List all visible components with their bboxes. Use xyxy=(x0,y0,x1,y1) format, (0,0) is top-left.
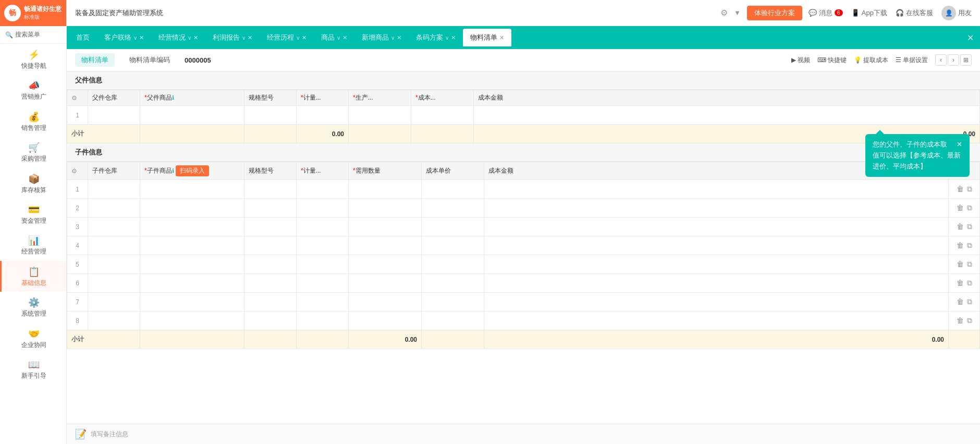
delete-icon-4[interactable]: 🗑 xyxy=(957,241,964,250)
child-row-5-unit[interactable] xyxy=(297,255,349,274)
child-row-3-quantity[interactable] xyxy=(349,218,422,236)
sidebar-item-guide[interactable]: 📖 新手引导 xyxy=(0,354,66,385)
single-settings-button[interactable]: ☰ 单据设置 xyxy=(896,56,928,65)
sidebar-item-finance[interactable]: 💳 资金管理 xyxy=(0,199,66,230)
child-row-1-quantity[interactable] xyxy=(349,180,422,199)
child-row-8-unit[interactable] xyxy=(297,311,349,330)
child-row-5-unit-price[interactable] xyxy=(422,255,484,274)
sidebar-item-collab[interactable]: 🤝 企业协同 xyxy=(0,323,66,354)
delete-icon-2[interactable]: 🗑 xyxy=(957,203,964,212)
child-row-4-quantity[interactable] xyxy=(349,236,422,255)
child-row-4-spec[interactable] xyxy=(244,236,297,255)
sidebar-item-quick-nav[interactable]: ⚡ 快捷导航 xyxy=(0,44,66,75)
child-row-7-unit-price[interactable] xyxy=(422,293,484,311)
delete-icon-7[interactable]: 🗑 xyxy=(957,297,964,306)
tab-op-status-close[interactable]: ✕ xyxy=(193,34,198,41)
tab-bom[interactable]: 物料清单 ✕ xyxy=(463,29,511,46)
child-row-1-unit-price[interactable] xyxy=(422,180,484,199)
next-arrow[interactable]: › xyxy=(948,54,959,66)
child-col-settings[interactable]: ⚙ xyxy=(67,162,88,180)
sidebar-item-basic-info[interactable]: 📋 基础信息 xyxy=(0,261,66,292)
child-row-7-product[interactable] xyxy=(140,293,244,311)
child-row-8-product[interactable] xyxy=(140,311,244,330)
child-row-3-unit-price[interactable] xyxy=(422,218,484,236)
parent-row-1-cost[interactable] xyxy=(411,106,474,125)
user-menu[interactable]: 👤 用友 xyxy=(941,6,972,20)
tab-new-product[interactable]: 新增商品 ∨ ✕ xyxy=(354,29,409,46)
tab-new-product-close[interactable]: ✕ xyxy=(397,34,401,41)
child-row-5-quantity[interactable] xyxy=(349,255,422,274)
child-row-6-quantity[interactable] xyxy=(349,274,422,293)
sidebar-item-sales[interactable]: 💰 销售管理 xyxy=(0,106,66,137)
child-row-1-warehouse[interactable] xyxy=(88,180,140,199)
child-row-3-product[interactable] xyxy=(140,218,244,236)
message-button[interactable]: 💬 消息 6 xyxy=(808,8,843,18)
close-all-tabs[interactable]: ✕ xyxy=(963,33,978,43)
child-row-6-unit-price[interactable] xyxy=(422,274,484,293)
copy-icon-1[interactable]: ⧉ xyxy=(967,185,972,194)
child-row-7-warehouse[interactable] xyxy=(88,293,140,311)
tab-barcode-close[interactable]: ✕ xyxy=(451,34,456,41)
child-row-6-warehouse[interactable] xyxy=(88,274,140,293)
chevron-down-icon[interactable]: ▼ xyxy=(734,9,741,17)
child-row-2-quantity[interactable] xyxy=(349,199,422,218)
settings-icon[interactable]: ⚙ xyxy=(720,8,728,18)
parent-row-1-warehouse[interactable] xyxy=(88,106,140,125)
copy-icon-8[interactable]: ⧉ xyxy=(967,316,972,325)
parent-row-1-spec[interactable] xyxy=(244,106,297,125)
child-row-6-product[interactable] xyxy=(140,274,244,293)
child-row-7-unit[interactable] xyxy=(297,293,349,311)
grid-view[interactable]: ⊞ xyxy=(960,54,972,66)
tab-profit-report[interactable]: 利润报告 ∨ ✕ xyxy=(205,29,260,46)
tab-profit-close[interactable]: ✕ xyxy=(248,34,252,41)
child-row-5-spec[interactable] xyxy=(244,255,297,274)
tab-operation-status[interactable]: 经营情况 ∨ ✕ xyxy=(151,29,205,46)
shortcut-button[interactable]: ⌨ 快捷键 xyxy=(817,56,847,65)
tab-customer-close[interactable]: ✕ xyxy=(139,34,144,41)
child-row-2-unit[interactable] xyxy=(297,199,349,218)
copy-icon-7[interactable]: ⧉ xyxy=(967,297,972,306)
trial-button[interactable]: 体验行业方案 xyxy=(747,6,802,20)
tab-bom-close[interactable]: ✕ xyxy=(499,34,504,41)
child-row-2-product[interactable] xyxy=(140,199,244,218)
child-row-6-unit[interactable] xyxy=(297,274,349,293)
child-row-5-warehouse[interactable] xyxy=(88,255,140,274)
view-button[interactable]: ▶ 视频 xyxy=(791,56,810,65)
child-row-3-warehouse[interactable] xyxy=(88,218,140,236)
child-row-4-warehouse[interactable] xyxy=(88,236,140,255)
child-row-7-quantity[interactable] xyxy=(349,293,422,311)
delete-icon-8[interactable]: 🗑 xyxy=(957,316,964,325)
child-row-8-spec[interactable] xyxy=(244,311,297,330)
tab-home[interactable]: 首页 xyxy=(69,29,97,46)
online-service-button[interactable]: 🎧 在线客服 xyxy=(896,8,933,18)
scan-button[interactable]: 扫码录入 xyxy=(176,165,209,176)
child-row-8-quantity[interactable] xyxy=(349,311,422,330)
delete-icon-1[interactable]: 🗑 xyxy=(957,185,964,194)
tooltip-close[interactable]: ✕ xyxy=(957,139,962,150)
child-row-7-spec[interactable] xyxy=(244,293,297,311)
copy-icon-2[interactable]: ⧉ xyxy=(967,203,972,212)
extract-cost-button[interactable]: 💡 提取成本 xyxy=(854,56,888,65)
sidebar-item-system[interactable]: ⚙️ 系统管理 xyxy=(0,292,66,322)
child-row-4-product[interactable] xyxy=(140,236,244,255)
parent-gear-icon[interactable]: ⚙ xyxy=(71,94,77,102)
child-row-3-unit[interactable] xyxy=(297,218,349,236)
child-row-1-spec[interactable] xyxy=(244,180,297,199)
tab-customer[interactable]: 客户联络 ∨ ✕ xyxy=(97,29,151,46)
child-row-2-spec[interactable] xyxy=(244,199,297,218)
search-menu[interactable]: 🔍 搜索菜单 xyxy=(0,26,66,44)
copy-icon-4[interactable]: ⧉ xyxy=(967,241,972,250)
child-row-8-unit-price[interactable] xyxy=(422,311,484,330)
parent-col-settings[interactable]: ⚙ xyxy=(67,90,88,106)
child-row-1-product[interactable] xyxy=(140,180,244,199)
copy-icon-3[interactable]: ⧉ xyxy=(967,222,972,231)
tab-products[interactable]: 商品 ∨ ✕ xyxy=(314,29,354,46)
parent-row-1-production[interactable] xyxy=(349,106,411,125)
child-row-3-spec[interactable] xyxy=(244,218,297,236)
sidebar-item-marketing[interactable]: 📣 营销推广 xyxy=(0,75,66,105)
tab-op-history-close[interactable]: ✕ xyxy=(302,34,307,41)
parent-row-1-unit[interactable] xyxy=(297,106,349,125)
copy-icon-6[interactable]: ⧉ xyxy=(967,279,972,287)
child-row-1-unit[interactable] xyxy=(297,180,349,199)
prev-arrow[interactable]: ‹ xyxy=(935,54,947,66)
